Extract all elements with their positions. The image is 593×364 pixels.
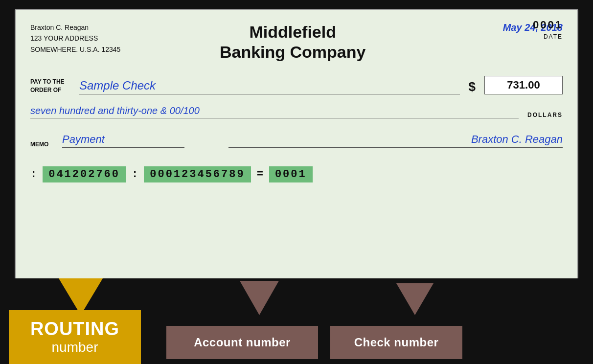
check-header: Braxton C. Reagan 123 YOUR ADDRESS SOMEW…: [30, 22, 563, 62]
check-number-label: Check number: [354, 336, 439, 349]
check-body: 0001 Braxton C. Reagan 123 YOUR ADDRESS …: [15, 9, 578, 280]
micr-routing-number: 041202760: [43, 166, 126, 182]
address-block: Braxton C. Reagan 123 YOUR ADDRESS SOMEW…: [30, 22, 120, 55]
routing-arrow-icon: [59, 278, 103, 315]
memo-row: MEMO Payment Braxton C. Reagan: [30, 133, 563, 148]
bank-name: Middlefield Banking Company: [135, 22, 450, 62]
address-line2: SOMEWHERE. U.S.A. 12345: [30, 44, 120, 55]
address-line1: 123 YOUR ADDRESS: [30, 33, 120, 44]
micr-close-sep: :: [132, 168, 138, 181]
routing-label-top: ROUTING: [30, 319, 119, 340]
date-label: DATE: [465, 33, 563, 40]
memo-label: MEMO: [30, 141, 57, 148]
micr-account-sep: =: [257, 168, 263, 181]
memo-value: Payment: [62, 133, 184, 148]
payee-name: Sample Check: [79, 79, 460, 94]
written-amount: seven hundred and thirty-one & 00/100: [30, 105, 519, 118]
check-arrow-icon: [396, 283, 433, 315]
micr-open-sep: :: [30, 168, 37, 181]
dollar-sign: $: [469, 79, 476, 94]
micr-account-number: 000123456789: [144, 166, 251, 182]
payto-label: PAY TO THE ORDER OF: [30, 78, 74, 94]
signature: Braxton C. Reagan: [228, 133, 563, 148]
account-number-label: Account number: [194, 336, 291, 349]
dollars-label: DOLLARS: [527, 112, 563, 118]
written-amount-row: seven hundred and thirty-one & 00/100 DO…: [30, 105, 563, 118]
payto-row: PAY TO THE ORDER OF Sample Check $ 731.0…: [30, 76, 563, 94]
micr-check-number: 0001: [269, 166, 313, 182]
account-label-box: Account number: [166, 326, 318, 359]
routing-label-bottom: number: [52, 340, 98, 355]
micr-row: : 041202760 : 000123456789 = 0001: [30, 166, 563, 182]
owner-name: Braxton C. Reagan: [30, 22, 120, 33]
account-arrow-icon: [240, 281, 279, 315]
check-number-display: 0001: [533, 19, 563, 31]
check-label-box: Check number: [330, 326, 462, 359]
bottom-labels-area: ROUTING number Account number Check numb…: [0, 278, 593, 364]
routing-label-box: ROUTING number: [9, 310, 141, 364]
amount-box: 731.00: [484, 76, 563, 94]
